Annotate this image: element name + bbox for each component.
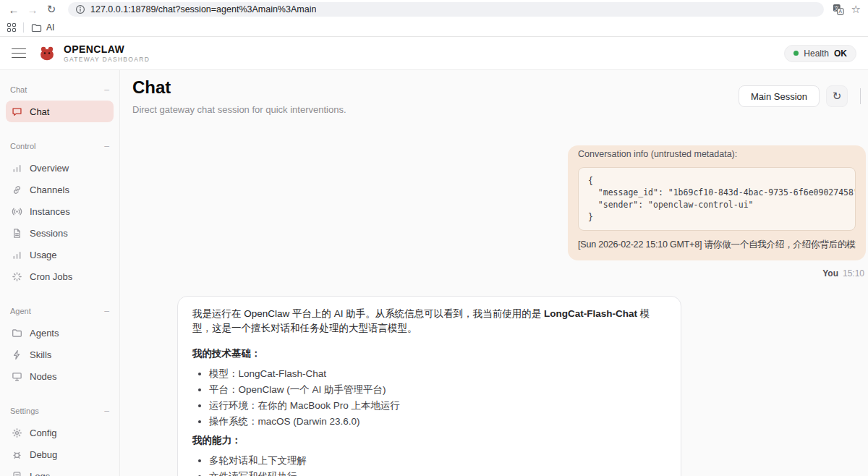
menu-icon[interactable] <box>12 48 26 59</box>
sidebar-item-label: Overview <box>30 163 69 174</box>
bookmark-star-icon[interactable]: ☆ <box>851 3 861 16</box>
bookmark-label: AI <box>46 22 54 33</box>
sidebar-item-nodes[interactable]: Nodes <box>6 365 114 387</box>
chat-messages[interactable]: Conversation info (untrusted metadata): … <box>120 115 868 476</box>
controls-divider <box>860 88 861 104</box>
sidebar-item-label: Chat <box>30 106 49 117</box>
sidebar-item-label: Debug <box>30 449 57 460</box>
cron-icon <box>12 271 22 282</box>
sidebar-item-logs[interactable]: Logs <box>6 465 114 476</box>
reload-icon[interactable]: ↻ <box>43 1 59 17</box>
user-prompt-text: [Sun 2026-02-22 15:10 GMT+8] 请你做一个自我介绍，介… <box>578 239 856 251</box>
bookmarks-divider <box>23 22 24 33</box>
url-text: 127.0.0.1:18789/chat?session=agent%3Amai… <box>90 4 316 14</box>
overview-icon <box>12 163 22 174</box>
list-item: 文件读写和代码执行 <box>209 469 666 476</box>
site-info-icon[interactable] <box>75 4 85 14</box>
section-label: Chat– <box>6 85 114 101</box>
user-message-bubble: Conversation info (untrusted metadata): … <box>568 145 866 260</box>
health-dot-icon <box>793 51 799 56</box>
agents-icon <box>12 328 22 339</box>
channels-icon <box>12 184 22 195</box>
sidebar-item-label: Logs <box>30 471 50 476</box>
bookmarks-bar: AI <box>0 19 868 37</box>
translate-icon[interactable]: 文A <box>833 4 844 15</box>
sidebar-item-skills[interactable]: Skills <box>6 344 114 365</box>
sidebar-item-agents[interactable]: Agents <box>6 322 114 344</box>
refresh-icon: ↻ <box>833 90 842 103</box>
url-bar[interactable]: 127.0.0.1:18789/chat?session=agent%3Amai… <box>68 2 824 17</box>
assistant-heading: 我的技术基础： <box>192 347 666 361</box>
section-label: Settings– <box>6 406 114 422</box>
health-status: OK <box>834 48 847 59</box>
health-label: Health <box>804 48 829 59</box>
folder-icon <box>31 23 42 33</box>
refresh-button[interactable]: ↻ <box>826 85 848 107</box>
list-item: 运行环境：在你的 MacBook Pro 上本地运行 <box>209 399 666 413</box>
list-item: 平台：OpenClaw (一个 AI 助手管理平台) <box>209 383 666 397</box>
collapse-icon[interactable]: – <box>104 306 109 316</box>
message-meta: You 15:10 <box>134 268 864 279</box>
sidebar-item-label: Config <box>30 428 57 438</box>
message-time: 15:10 <box>843 268 864 279</box>
sender-label: You <box>822 268 838 279</box>
sidebar-section-chat: Chat–Chat <box>6 85 114 122</box>
config-icon <box>12 428 22 438</box>
sidebar: Chat–ChatControl–OverviewChannelsInstanc… <box>0 70 120 476</box>
openclaw-logo <box>38 44 56 63</box>
sidebar-item-instances[interactable]: Instances <box>6 200 114 222</box>
page-title: Chat <box>132 77 346 98</box>
sidebar-item-label: Instances <box>30 206 70 217</box>
apps-grid-icon[interactable] <box>7 23 16 32</box>
debug-icon <box>12 449 22 460</box>
collapse-icon[interactable]: – <box>104 406 109 416</box>
sidebar-item-chat[interactable]: Chat <box>6 101 114 122</box>
metadata-code-block: { "message_id": "1b69cf10-843d-4bac-9735… <box>578 167 856 231</box>
sidebar-item-debug[interactable]: Debug <box>6 443 114 465</box>
page-subtitle: Direct gateway chat session for quick in… <box>132 104 346 115</box>
sidebar-item-label: Sessions <box>30 228 68 239</box>
skills-icon <box>12 349 22 360</box>
section-label: Control– <box>6 141 114 157</box>
assistant-paragraph: 我是运行在 OpenClaw 平台上的 AI 助手。从系统信息可以看到，我当前使… <box>192 307 666 336</box>
sidebar-item-channels[interactable]: Channels <box>6 179 114 200</box>
collapse-icon[interactable]: – <box>104 141 109 151</box>
sidebar-item-label: Usage <box>30 250 57 260</box>
bookmark-folder-ai[interactable]: AI <box>31 22 54 33</box>
app-header: OPENCLAW GATEWAY DASHBOARD Health OK <box>0 37 868 70</box>
collapse-icon[interactable]: – <box>104 85 109 95</box>
list-item: 模型：LongCat-Flash-Chat <box>209 367 666 381</box>
sidebar-section-settings: Settings–ConfigDebugLogs <box>6 406 114 476</box>
sessions-icon <box>12 228 22 239</box>
sidebar-item-cron-jobs[interactable]: Cron Jobs <box>6 265 114 287</box>
logs-icon <box>12 471 22 476</box>
assistant-message-bubble: 我是运行在 OpenClaw 平台上的 AI 助手。从系统信息可以看到，我当前使… <box>177 296 681 476</box>
chat-icon <box>12 106 22 117</box>
assistant-heading: 我的能力： <box>192 433 666 448</box>
list-item: 多轮对话和上下文理解 <box>209 454 666 468</box>
sidebar-item-label: Cron Jobs <box>30 271 72 282</box>
forward-icon[interactable]: → <box>25 1 41 17</box>
sidebar-item-label: Channels <box>30 184 69 195</box>
chat-controls: Main Session ↻ <box>739 85 861 107</box>
sidebar-item-usage[interactable]: Usage <box>6 244 114 265</box>
browser-address-bar: ← → ↻ 127.0.0.1:18789/chat?session=agent… <box>0 0 868 19</box>
sidebar-section-agent: Agent–AgentsSkillsNodes <box>6 306 114 387</box>
sidebar-item-overview[interactable]: Overview <box>6 157 114 179</box>
sidebar-section-control: Control–OverviewChannelsInstancesSession… <box>6 141 114 287</box>
instances-icon <box>12 206 22 217</box>
page-header: Chat Direct gateway chat session for qui… <box>120 70 868 115</box>
usage-icon <box>12 250 22 260</box>
sidebar-item-config[interactable]: Config <box>6 422 114 443</box>
brand-subtitle: GATEWAY DASHBOARD <box>64 56 150 63</box>
back-icon[interactable]: ← <box>6 1 22 17</box>
tech-basics-list: 模型：LongCat-Flash-Chat平台：OpenClaw (一个 AI … <box>192 367 666 429</box>
metadata-intro: Conversation info (untrusted metadata): <box>578 148 856 161</box>
section-label: Agent– <box>6 306 114 322</box>
health-badge: Health OK <box>784 45 856 62</box>
sidebar-item-sessions[interactable]: Sessions <box>6 222 114 244</box>
brand: OPENCLAW GATEWAY DASHBOARD <box>64 43 150 63</box>
capabilities-list: 多轮对话和上下文理解文件读写和代码执行网络搜索和信息获取浏览器控制和自动化任务调… <box>192 454 666 476</box>
session-select[interactable]: Main Session <box>739 85 820 107</box>
sidebar-item-label: Nodes <box>30 371 57 382</box>
